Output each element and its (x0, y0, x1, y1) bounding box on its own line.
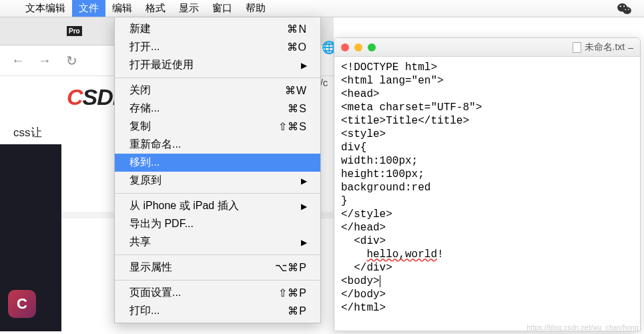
menu-separator (115, 193, 320, 194)
back-icon[interactable]: ← (11, 53, 25, 68)
shortcut: ⌘S (288, 102, 307, 115)
shortcut: ⌘O (287, 41, 307, 53)
shortcut: ⌥⌘P (275, 261, 307, 274)
shortcut: ⌘P (288, 305, 307, 317)
menu-item[interactable]: 复原到▶ (115, 172, 320, 190)
window-title: 未命名.txt – (334, 41, 640, 53)
menu-separator (115, 280, 320, 281)
minimize-icon[interactable] (354, 43, 362, 51)
submenu-arrow-icon: ▶ (301, 202, 307, 211)
watermark: https://blog.csdn.net/wu_chan/hong (527, 324, 639, 331)
forward-icon[interactable]: → (37, 53, 52, 68)
shortcut: ⌘N (287, 23, 307, 35)
menubar-item-file[interactable]: 文件 (72, 0, 105, 17)
submenu-arrow-icon: ▶ (301, 61, 307, 70)
menubar-item-help[interactable]: 帮助 (239, 0, 272, 17)
macos-menubar: 文本编辑 文件 编辑 格式 显示 窗口 帮助 (0, 0, 644, 17)
menubar-item-view[interactable]: 显示 (172, 0, 206, 17)
zoom-icon[interactable] (368, 43, 376, 51)
app-icon[interactable]: C (8, 290, 36, 318)
wechat-icon[interactable] (617, 3, 632, 15)
menu-separator (115, 255, 320, 255)
text-editor-content[interactable]: <!DOCTYPE html> <html lang="en"> <head> … (334, 57, 640, 319)
submenu-arrow-icon: ▶ (301, 238, 307, 247)
menu-item[interactable]: 共享▶ (115, 233, 320, 251)
shortcut: ⇧⌘S (278, 120, 307, 133)
file-menu-dropdown: 新建⌘N打开...⌘O打开最近使用▶关闭⌘W存储...⌘S复制⇧⌘S重新命名..… (114, 17, 321, 323)
menubar-item-edit[interactable]: 编辑 (105, 0, 139, 17)
svg-point-1 (623, 7, 631, 14)
menu-item[interactable]: 打印...⌘P (115, 302, 320, 320)
menu-item[interactable]: 导出为 PDF... (115, 215, 320, 233)
menu-item[interactable]: 打开...⌘O (115, 38, 320, 56)
reload-icon[interactable]: ↻ (64, 53, 79, 69)
submenu-arrow-icon: ▶ (301, 176, 307, 186)
menu-item[interactable]: 新建⌘N (115, 20, 320, 38)
svg-point-2 (620, 5, 621, 7)
menu-item[interactable]: 显示属性⌥⌘P (115, 259, 320, 277)
menu-item[interactable]: 从 iPhone 或 iPad 插入▶ (115, 197, 320, 215)
menu-item[interactable]: 打开最近使用▶ (115, 56, 320, 74)
menubar-item-window[interactable]: 窗口 (206, 0, 239, 17)
close-icon[interactable] (341, 43, 349, 51)
textedit-window: 未命名.txt – <!DOCTYPE html> <html lang="en… (334, 37, 641, 331)
menubar-app-name[interactable]: 文本编辑 (19, 0, 72, 17)
traffic-lights (341, 43, 376, 51)
menu-item[interactable]: 关闭⌘W (115, 81, 320, 100)
window-titlebar[interactable]: 未命名.txt – (334, 38, 640, 57)
document-icon (573, 42, 581, 53)
menubar-item-format[interactable]: 格式 (139, 0, 172, 17)
shortcut: ⌘W (285, 84, 307, 97)
pro-badge: Pro (67, 26, 82, 36)
svg-point-4 (625, 9, 626, 10)
shortcut: ⇧⌘P (278, 287, 307, 299)
svg-point-3 (623, 5, 625, 7)
menu-item[interactable]: 存储...⌘S (115, 100, 320, 118)
menu-item[interactable]: 页面设置...⇧⌘P (115, 284, 320, 302)
menu-item[interactable]: 移到... (115, 154, 320, 172)
sidebar-strip: C (0, 144, 61, 331)
svg-point-5 (628, 9, 629, 10)
menu-separator (115, 77, 320, 78)
menu-item[interactable]: 复制⇧⌘S (115, 118, 320, 136)
menu-item[interactable]: 重新命名... (115, 136, 320, 154)
